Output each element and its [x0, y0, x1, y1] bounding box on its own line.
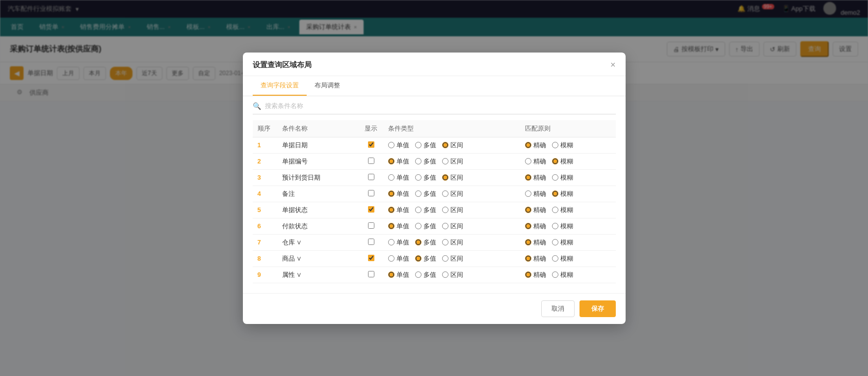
- dialog: 设置查询区域布局 × 查询字段设置 布局调整 🔍 顺序 条件名称: [243, 53, 626, 102]
- dialog-close-button[interactable]: ×: [610, 60, 616, 69]
- dialog-body: 🔍 顺序 条件名称 显示 条件类型 匹配原则: [243, 96, 626, 102]
- modal-overlay: 设置查询区域布局 × 查询字段设置 布局调整 🔍 顺序 条件名称: [0, 0, 868, 102]
- dialog-header: 设置查询区域布局 ×: [243, 53, 626, 76]
- dialog-title: 设置查询区域布局: [253, 60, 312, 70]
- tab-query-fields[interactable]: 查询字段设置: [253, 76, 307, 96]
- tab-layout-adjust[interactable]: 布局调整: [307, 76, 348, 96]
- dialog-tabs: 查询字段设置 布局调整: [243, 76, 626, 96]
